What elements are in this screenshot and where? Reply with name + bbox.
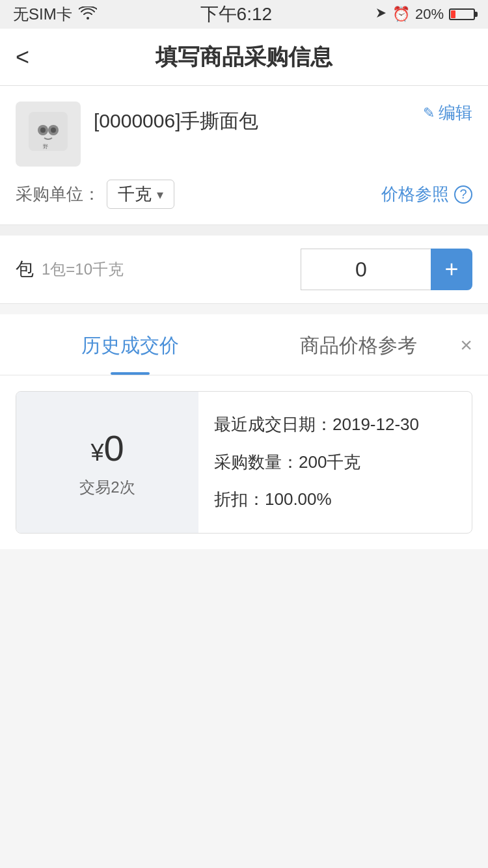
product-card: 野 [0000006]手撕面包 ✎ 编辑 采购单位： 千克 ▾ 价格参照 ? <box>0 86 488 225</box>
help-icon: ? <box>454 185 472 204</box>
page-title: 填写商品采购信息 <box>156 42 332 72</box>
svg-rect-1 <box>29 112 68 151</box>
trade-count: 交易2次 <box>79 477 135 498</box>
product-thumb-icon: 野 <box>29 112 68 157</box>
price-card: ¥0 交易2次 最近成交日期：2019-12-30 采购数量：200千克 折扣：… <box>16 391 472 534</box>
price-display: ¥0 <box>90 427 124 469</box>
nav-bar: < 填写商品采购信息 <box>0 29 488 86</box>
history-price-content: ¥0 交易2次 最近成交日期：2019-12-30 采购数量：200千克 折扣：… <box>0 375 488 549</box>
price-ref-button[interactable]: 价格参照 ? <box>381 183 472 206</box>
gps-icon <box>375 6 387 23</box>
main-content: 历史成交价 商品价格参考 × ¥0 交易2次 最近成交日期：2019-12-30 <box>0 314 488 770</box>
status-time: 下午6:12 <box>200 2 273 27</box>
product-info: 野 [0000006]手撕面包 <box>16 102 258 167</box>
status-bar: 无SIM卡 下午6:12 ⏰ 20% <box>0 0 488 29</box>
unit-arrow-icon: ▾ <box>157 187 163 202</box>
price-card-right: 最近成交日期：2019-12-30 采购数量：200千克 折扣：100.00% <box>198 392 472 533</box>
tab-product-label: 商品价格参考 <box>300 334 417 356</box>
product-top: 野 [0000006]手撕面包 ✎ 编辑 <box>16 102 472 167</box>
price-ref-label: 价格参照 <box>381 183 449 206</box>
svg-point-4 <box>40 128 46 133</box>
edit-label: 编辑 <box>439 102 472 124</box>
tabs-header: 历史成交价 商品价格参考 × <box>0 314 488 375</box>
tab-history-label: 历史成交价 <box>81 334 179 356</box>
svg-point-5 <box>51 128 56 133</box>
discount-label: 折扣： <box>214 489 265 509</box>
wifi-icon <box>79 5 97 23</box>
quantity-label: 包 1包=10千克 <box>16 257 124 282</box>
quantity-controls: + <box>301 249 472 290</box>
status-right: ⏰ 20% <box>375 6 475 23</box>
quantity-value: 200千克 <box>299 452 360 472</box>
unit-select[interactable]: 千克 ▾ <box>107 180 174 209</box>
section-divider <box>0 225 488 236</box>
recent-date-row: 最近成交日期：2019-12-30 <box>214 411 456 439</box>
recent-date-label: 最近成交日期： <box>214 414 332 434</box>
recent-date-value: 2019-12-30 <box>332 414 419 434</box>
signal-text: 无SIM卡 <box>13 4 72 25</box>
unit-value: 千克 <box>118 183 152 206</box>
discount-value: 100.00% <box>265 489 332 509</box>
quantity-label-text: 采购数量： <box>214 452 299 472</box>
product-name: [0000006]手撕面包 <box>94 102 258 135</box>
alarm-icon: ⏰ <box>392 6 410 23</box>
currency-symbol: ¥ <box>90 439 103 466</box>
package-label: 包 <box>16 257 34 282</box>
quantity-row-detail: 采购数量：200千克 <box>214 449 456 476</box>
battery-icon <box>449 8 475 20</box>
status-left: 无SIM卡 <box>13 4 97 25</box>
battery-percent: 20% <box>415 6 444 23</box>
svg-marker-0 <box>377 8 386 18</box>
unit-label: 采购单位： 千克 ▾ <box>16 180 174 209</box>
unit-label-text: 采购单位： <box>16 183 100 206</box>
price-value: 0 <box>103 427 124 468</box>
edit-button[interactable]: ✎ 编辑 <box>423 102 472 124</box>
tabs-section: 历史成交价 商品价格参考 × ¥0 交易2次 最近成交日期：2019-12-30 <box>0 314 488 549</box>
product-thumbnail: 野 <box>16 102 81 167</box>
quantity-input[interactable] <box>301 249 431 290</box>
back-button[interactable]: < <box>16 44 29 71</box>
tab-close-button[interactable]: × <box>460 332 472 357</box>
tab-history-price[interactable]: 历史成交价 <box>16 314 244 375</box>
product-bottom: 采购单位： 千克 ▾ 价格参照 ? <box>16 180 472 209</box>
tab-product-price-ref[interactable]: 商品价格参考 <box>244 314 472 375</box>
conversion-note: 1包=10千克 <box>42 259 124 280</box>
svg-text:野: 野 <box>43 144 48 150</box>
quantity-row: 包 1包=10千克 + <box>0 236 488 304</box>
edit-icon: ✎ <box>423 105 435 122</box>
price-card-left: ¥0 交易2次 <box>16 392 198 533</box>
quantity-plus-button[interactable]: + <box>431 249 472 290</box>
discount-row: 折扣：100.00% <box>214 486 456 513</box>
